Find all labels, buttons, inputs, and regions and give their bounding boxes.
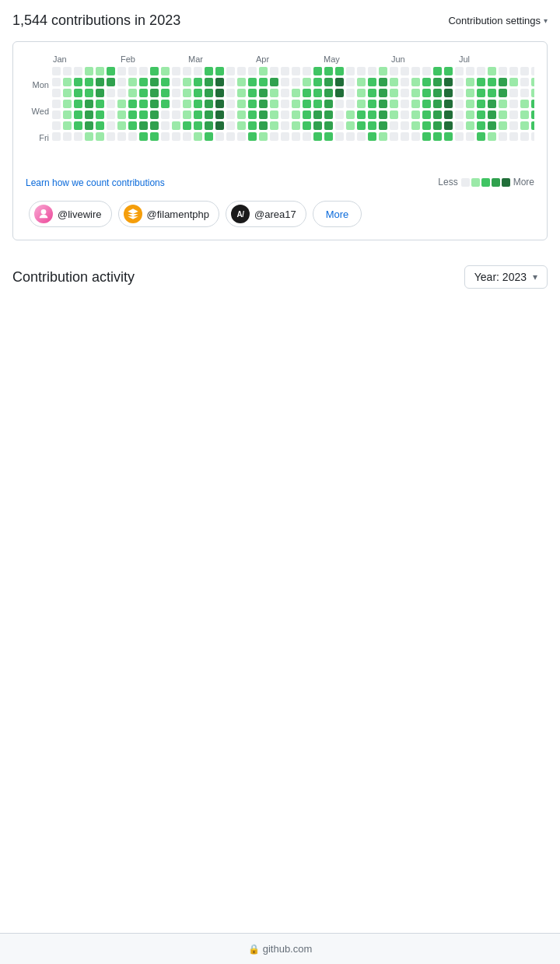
day-cell[interactable] bbox=[335, 132, 344, 141]
day-cell[interactable] bbox=[335, 100, 344, 108]
day-cell[interactable] bbox=[292, 132, 300, 141]
day-cell[interactable] bbox=[368, 89, 376, 97]
day-cell[interactable] bbox=[520, 89, 529, 97]
day-cell[interactable] bbox=[270, 121, 278, 130]
day-cell[interactable] bbox=[444, 89, 453, 97]
contribution-settings-button[interactable]: Contribution settings ▾ bbox=[448, 15, 548, 26]
day-cell[interactable] bbox=[477, 121, 485, 130]
day-cell[interactable] bbox=[183, 121, 191, 130]
day-cell[interactable] bbox=[368, 132, 376, 141]
day-cell[interactable] bbox=[63, 89, 72, 97]
day-cell[interactable] bbox=[52, 78, 61, 86]
day-cell[interactable] bbox=[52, 100, 61, 108]
day-cell[interactable] bbox=[215, 67, 224, 75]
org-area17[interactable]: A/ @area17 bbox=[226, 201, 306, 227]
day-cell[interactable] bbox=[205, 78, 213, 86]
day-cell[interactable] bbox=[313, 78, 322, 86]
day-cell[interactable] bbox=[444, 78, 453, 86]
day-cell[interactable] bbox=[270, 132, 278, 141]
day-cell[interactable] bbox=[248, 67, 257, 75]
day-cell[interactable] bbox=[96, 100, 104, 108]
day-cell[interactable] bbox=[52, 110, 61, 119]
day-cell[interactable] bbox=[390, 121, 398, 130]
day-cell[interactable] bbox=[303, 78, 311, 86]
day-cell[interactable] bbox=[150, 100, 159, 108]
day-cell[interactable] bbox=[346, 89, 355, 97]
day-cell[interactable] bbox=[139, 110, 148, 119]
day-cell[interactable] bbox=[215, 78, 224, 86]
day-cell[interactable] bbox=[390, 100, 398, 108]
day-cell[interactable] bbox=[74, 132, 82, 141]
day-cell[interactable] bbox=[172, 121, 180, 130]
day-cell[interactable] bbox=[237, 132, 246, 141]
day-cell[interactable] bbox=[303, 110, 311, 119]
day-cell[interactable] bbox=[379, 100, 387, 108]
day-cell[interactable] bbox=[96, 78, 104, 86]
day-cell[interactable] bbox=[237, 110, 246, 119]
day-cell[interactable] bbox=[117, 67, 126, 75]
day-cell[interactable] bbox=[74, 121, 82, 130]
day-cell[interactable] bbox=[368, 78, 376, 86]
day-cell[interactable] bbox=[422, 110, 431, 119]
day-cell[interactable] bbox=[117, 100, 126, 108]
day-cell[interactable] bbox=[172, 100, 180, 108]
day-cell[interactable] bbox=[477, 67, 485, 75]
day-cell[interactable] bbox=[531, 78, 534, 86]
learn-link[interactable]: Learn how we count contributions bbox=[26, 177, 165, 188]
day-cell[interactable] bbox=[455, 78, 464, 86]
day-cell[interactable] bbox=[215, 132, 224, 141]
day-cell[interactable] bbox=[346, 78, 355, 86]
day-cell[interactable] bbox=[313, 89, 322, 97]
day-cell[interactable] bbox=[281, 100, 289, 108]
day-cell[interactable] bbox=[139, 132, 148, 141]
day-cell[interactable] bbox=[368, 67, 376, 75]
day-cell[interactable] bbox=[390, 89, 398, 97]
day-cell[interactable] bbox=[520, 67, 529, 75]
day-cell[interactable] bbox=[488, 78, 496, 86]
day-cell[interactable] bbox=[488, 100, 496, 108]
day-cell[interactable] bbox=[194, 121, 202, 130]
day-cell[interactable] bbox=[335, 89, 344, 97]
day-cell[interactable] bbox=[433, 121, 442, 130]
day-cell[interactable] bbox=[390, 78, 398, 86]
day-cell[interactable] bbox=[499, 67, 507, 75]
day-cell[interactable] bbox=[150, 132, 159, 141]
day-cell[interactable] bbox=[281, 89, 289, 97]
day-cell[interactable] bbox=[292, 121, 300, 130]
day-cell[interactable] bbox=[63, 110, 72, 119]
day-cell[interactable] bbox=[183, 67, 191, 75]
day-cell[interactable] bbox=[466, 89, 474, 97]
day-cell[interactable] bbox=[194, 110, 202, 119]
day-cell[interactable] bbox=[455, 89, 464, 97]
day-cell[interactable] bbox=[248, 121, 257, 130]
day-cell[interactable] bbox=[379, 67, 387, 75]
day-cell[interactable] bbox=[281, 78, 289, 86]
day-cell[interactable] bbox=[411, 121, 420, 130]
day-cell[interactable] bbox=[117, 121, 126, 130]
day-cell[interactable] bbox=[531, 100, 534, 108]
day-cell[interactable] bbox=[215, 89, 224, 97]
day-cell[interactable] bbox=[357, 67, 366, 75]
day-cell[interactable] bbox=[531, 110, 534, 119]
day-cell[interactable] bbox=[520, 110, 529, 119]
day-cell[interactable] bbox=[259, 132, 268, 141]
day-cell[interactable] bbox=[531, 89, 534, 97]
day-cell[interactable] bbox=[161, 89, 170, 97]
day-cell[interactable] bbox=[63, 78, 72, 86]
day-cell[interactable] bbox=[379, 78, 387, 86]
day-cell[interactable] bbox=[313, 121, 322, 130]
day-cell[interactable] bbox=[194, 78, 202, 86]
day-cell[interactable] bbox=[357, 132, 366, 141]
day-cell[interactable] bbox=[335, 121, 344, 130]
day-cell[interactable] bbox=[183, 78, 191, 86]
day-cell[interactable] bbox=[215, 110, 224, 119]
day-cell[interactable] bbox=[63, 67, 72, 75]
day-cell[interactable] bbox=[520, 121, 529, 130]
day-cell[interactable] bbox=[85, 89, 93, 97]
day-cell[interactable] bbox=[85, 121, 93, 130]
day-cell[interactable] bbox=[128, 100, 137, 108]
day-cell[interactable] bbox=[205, 110, 213, 119]
day-cell[interactable] bbox=[139, 100, 148, 108]
day-cell[interactable] bbox=[324, 100, 333, 108]
day-cell[interactable] bbox=[107, 67, 115, 75]
